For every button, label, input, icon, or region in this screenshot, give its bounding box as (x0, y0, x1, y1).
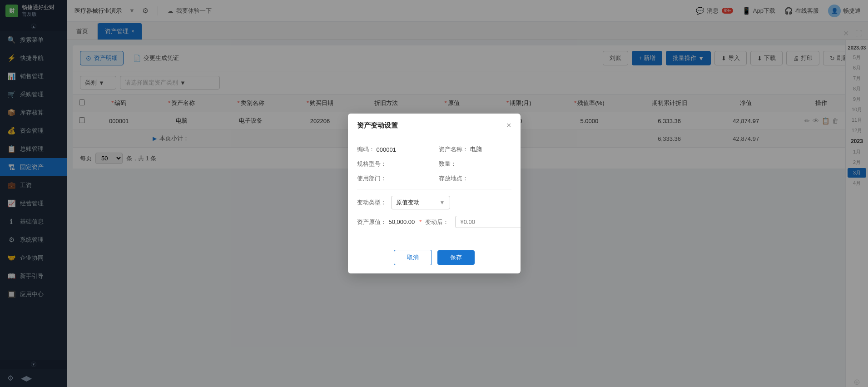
change-type-label: 变动类型： (357, 198, 387, 207)
dialog-field-quantity: 数量： (439, 160, 511, 168)
cancel-button[interactable]: 取消 (394, 250, 432, 265)
dialog-footer: 取消 保存 (348, 243, 521, 273)
after-change-input[interactable] (455, 216, 520, 228)
dialog-field-department: 使用部门： (357, 174, 430, 183)
dialog-close-btn[interactable]: × (506, 121, 511, 130)
after-change-group: * 变动后： (419, 216, 520, 228)
code-label: 编码： (357, 145, 375, 154)
department-label: 使用部门： (357, 174, 387, 183)
dialog-divider (357, 189, 511, 189)
change-type-value: 原值变动 (396, 198, 437, 207)
dialog-change-type-row: 变动类型： 原值变动 ▼ (357, 196, 511, 209)
original-value-display: 50,000.00 (389, 218, 415, 225)
dialog-field-code: 编码： 000001 (357, 145, 430, 154)
dialog-body: 编码： 000001 资产名称： 电脑 规格型号： 数量： (348, 136, 521, 243)
model-label: 规格型号： (357, 160, 387, 168)
dialog-field-location: 存放地点： (439, 174, 511, 183)
quantity-label: 数量： (439, 160, 456, 168)
dialog-overlay: 资产变动设置 × 编码： 000001 资产名称： 电脑 规格型号： (0, 0, 868, 387)
asset-name-value: 电脑 (470, 145, 482, 154)
dialog-field-model: 规格型号： (357, 160, 430, 168)
location-label: 存放地点： (439, 174, 468, 183)
dialog-header: 资产变动设置 × (348, 114, 521, 136)
save-button[interactable]: 保存 (437, 250, 475, 265)
asset-name-label: 资产名称： (439, 145, 468, 154)
code-value: 000001 (377, 146, 396, 153)
after-change-label: 变动后： (425, 218, 452, 226)
dialog-row-2: 规格型号： 数量： (357, 160, 511, 168)
change-type-arrow-icon: ▼ (440, 199, 445, 206)
original-value-label: 资产原值： (357, 218, 384, 226)
dialog-field-name: 资产名称： 电脑 (439, 145, 511, 154)
dialog-value-row: 资产原值： 50,000.00 * 变动后： (357, 216, 511, 228)
change-type-select[interactable]: 原值变动 ▼ (391, 196, 450, 209)
required-mark: * (419, 218, 422, 225)
dialog-title: 资产变动设置 (357, 121, 398, 130)
asset-change-dialog: 资产变动设置 × 编码： 000001 资产名称： 电脑 规格型号： (348, 114, 521, 273)
dialog-row-1: 编码： 000001 资产名称： 电脑 (357, 145, 511, 154)
dialog-row-3: 使用部门： 存放地点： (357, 174, 511, 183)
